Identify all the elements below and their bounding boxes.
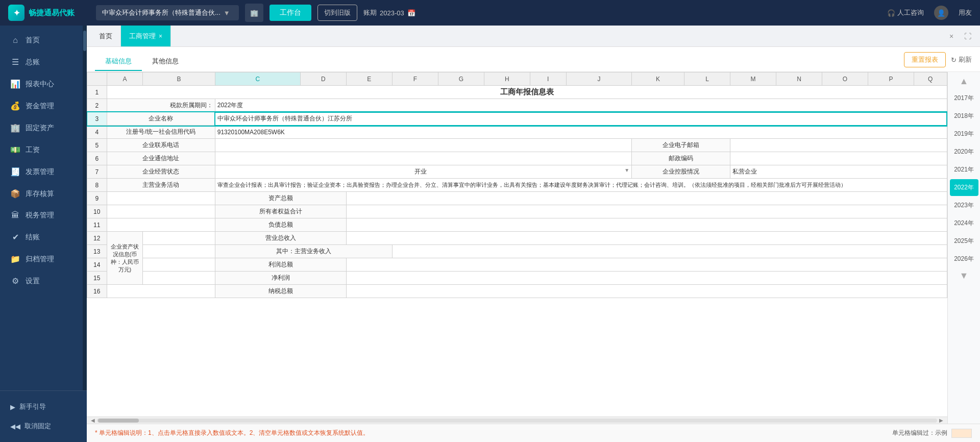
archive-icon: 📁 — [10, 254, 20, 264]
sidebar-item-ledger[interactable]: ☰ 总账 — [0, 51, 83, 73]
col-header-b[interactable]: B — [143, 72, 215, 86]
sidebar: ⌂ 首页 ☰ 总账 📊 报表中心 💰 资金管理 🏢 固定资产 — [0, 26, 87, 442]
row5-extra-value[interactable] — [730, 139, 947, 152]
row11-value[interactable] — [346, 218, 947, 232]
col-header-o[interactable]: O — [822, 72, 868, 86]
sidebar-item-inventory[interactable]: 📦 库存核算 — [0, 183, 83, 205]
hscroll-thumb[interactable] — [98, 419, 139, 423]
sidebar-item-assets[interactable]: 🏢 固定资产 — [0, 117, 83, 139]
sidebar-item-unpin[interactable]: ◀◀ 取消固定 — [0, 416, 87, 436]
sidebar-item-invoices[interactable]: 🧾 发票管理 — [0, 161, 83, 183]
year-item-2017[interactable]: 2017年 — [950, 90, 978, 107]
row12-value[interactable] — [346, 232, 947, 245]
col-header-i[interactable]: I — [530, 72, 566, 86]
col-header-q[interactable]: Q — [914, 72, 947, 86]
row7-extra-value[interactable]: 私营企业 — [730, 165, 947, 179]
headset-icon: 🎧 — [887, 9, 895, 17]
company-selector[interactable]: 中审众环会计师事务所（特殊普通合伙... ▼ — [96, 5, 239, 20]
row9-value[interactable] — [346, 192, 947, 205]
row12-empty — [143, 232, 215, 245]
year-item-2018[interactable]: 2018年 — [950, 108, 978, 125]
sidebar-item-tax[interactable]: 🏛 税务管理 — [0, 205, 83, 226]
col-header-a[interactable]: A — [107, 72, 143, 86]
topbar-right: 🎧 人工咨询 👤 用友 — [887, 6, 972, 20]
user-avatar: 👤 — [934, 6, 948, 20]
row10-value[interactable] — [346, 205, 947, 218]
sub-tab-basic[interactable]: 基础信息 — [95, 53, 142, 71]
company-dropdown-arrow: ▼ — [224, 9, 230, 17]
sidebar-item-settings[interactable]: ⚙ 设置 — [0, 270, 83, 292]
col-header-h[interactable]: H — [484, 72, 530, 86]
year-item-2019[interactable]: 2019年 — [950, 126, 978, 142]
year-item-2020[interactable]: 2020年 — [950, 143, 978, 160]
sidebar-item-reports[interactable]: 📊 报表中心 — [0, 73, 83, 95]
topbar: ✦ 畅捷通易代账 中审众环会计师事务所（特殊普通合伙... ▼ 🏢 工作台 切到… — [0, 0, 980, 26]
sidebar-item-reports-label: 报表中心 — [26, 80, 54, 89]
year-up-arrow[interactable]: ▲ — [958, 74, 971, 89]
horizontal-scrollbar[interactable]: ◀ ▶ — [87, 416, 947, 424]
col-header-c[interactable]: C — [215, 72, 300, 86]
year-item-2026[interactable]: 2026年 — [950, 251, 978, 267]
row3-value[interactable]: 中审众环会计师事务所（特殊普通合伙）江苏分所 — [215, 112, 947, 126]
company-icon-btn[interactable]: 🏢 — [245, 4, 263, 22]
logo-icon: ✦ — [8, 5, 24, 21]
col-header-k[interactable]: K — [632, 72, 684, 86]
row14-value[interactable] — [346, 258, 947, 272]
row16-value[interactable] — [346, 285, 947, 298]
col-header-l[interactable]: L — [684, 72, 730, 86]
sidebar-item-unpin-label: 取消固定 — [24, 422, 51, 431]
row6-extra-value[interactable] — [730, 152, 947, 165]
row5-label: 企业联系电话 — [107, 139, 215, 152]
switch-version-button[interactable]: 切到旧版 — [317, 5, 357, 21]
col-header-g[interactable]: G — [438, 72, 484, 86]
sidebar-item-funds[interactable]: 💰 资金管理 — [0, 95, 83, 117]
row4-value[interactable]: 91320100MA208E5W6K — [215, 126, 947, 139]
year-item-2021[interactable]: 2021年 — [950, 161, 978, 178]
row8-value[interactable]: 审查企业会计报表；出具审计报告；验证企业资本；出具验资报告；办理企业合并、分立、… — [215, 179, 947, 192]
year-item-2024[interactable]: 2024年 — [950, 215, 978, 232]
row5-value[interactable] — [215, 139, 631, 152]
tab-close-icon[interactable]: × — [159, 33, 162, 40]
tab-home[interactable]: 首页 — [91, 26, 121, 46]
col-header-n[interactable]: N — [776, 72, 822, 86]
expand-button[interactable]: ⛶ — [962, 30, 974, 42]
refresh-button[interactable]: ↻ 刷新 — [951, 55, 972, 64]
col-header-p[interactable]: P — [868, 72, 914, 86]
col-header-e[interactable]: E — [346, 72, 392, 86]
year-down-arrow[interactable]: ▼ — [958, 268, 971, 283]
sub-tab-other[interactable]: 其他信息 — [142, 53, 189, 71]
row13-value[interactable] — [392, 245, 947, 258]
sheet-scroll[interactable]: A B C D E F G H I J — [87, 72, 947, 416]
col-header-d[interactable]: D — [300, 72, 346, 86]
row7-value[interactable]: 开业▼ — [215, 165, 631, 179]
corner-cell — [87, 72, 107, 86]
year-item-2025[interactable]: 2025年 — [950, 233, 978, 250]
workbench-button[interactable]: 工作台 — [270, 5, 311, 21]
hscroll-left-arrow[interactable]: ◀ — [89, 418, 97, 423]
year-item-2022[interactable]: 2022年 — [950, 179, 978, 196]
row-num-15: 15 — [87, 272, 107, 285]
col-header-m[interactable]: M — [730, 72, 776, 86]
row2-value[interactable]: 2022年度 — [215, 99, 947, 112]
sidebar-item-home[interactable]: ⌂ 首页 — [0, 30, 83, 51]
period-value: 2023-03 — [380, 9, 404, 17]
tab-commerce[interactable]: 工商管理 × — [121, 26, 171, 46]
row15-value[interactable] — [346, 272, 947, 285]
col-header-f[interactable]: F — [392, 72, 438, 86]
period-label: 账期 — [363, 8, 377, 17]
service-button[interactable]: 🎧 人工咨询 — [887, 8, 924, 17]
sidebar-item-wages[interactable]: 💵 工资 — [0, 139, 83, 161]
close-button[interactable]: × — [945, 30, 958, 42]
hscroll-right-arrow[interactable]: ▶ — [937, 418, 945, 423]
reset-report-button[interactable]: 重置报表 — [904, 52, 946, 67]
sidebar-item-archive[interactable]: 📁 归档管理 — [0, 248, 83, 270]
sidebar-item-guide[interactable]: ▶ 新手引导 — [0, 397, 87, 416]
row9-label: 资产总额 — [215, 192, 346, 205]
calendar-icon[interactable]: 📅 — [407, 9, 415, 17]
row6-value[interactable] — [215, 152, 631, 165]
sidebar-item-close[interactable]: ✔ 结账 — [0, 226, 83, 248]
year-item-2023[interactable]: 2023年 — [950, 197, 978, 214]
col-header-j[interactable]: J — [566, 72, 632, 86]
hscroll-track[interactable] — [97, 419, 937, 423]
row7-extra-label: 企业控股情况 — [632, 165, 730, 179]
